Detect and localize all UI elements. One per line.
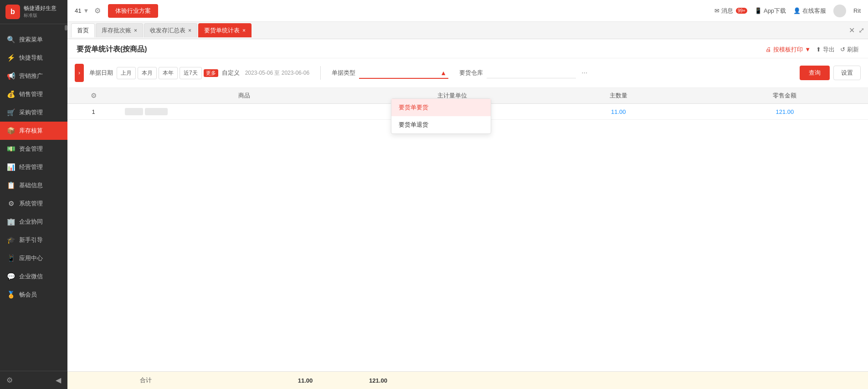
export-icon: ⬆ (816, 46, 821, 53)
sidebar-item-enterprise[interactable]: 🏢 企业协同 (0, 213, 67, 231)
warehouse-filter-more-icon[interactable]: ··· (581, 69, 587, 77)
sidebar-item-member[interactable]: 🏅 畅会员 (0, 286, 67, 304)
print-arrow-icon: ▼ (805, 46, 811, 53)
type-filter-select-wrap: ▲ (359, 67, 448, 79)
service-label: 在线客服 (802, 7, 826, 15)
tab-close-receivable-summary[interactable]: × (188, 27, 191, 34)
logo-icon: b (5, 5, 20, 19)
footer-quantity-total: 11.00 (269, 377, 342, 384)
tab-close-requisition-summary[interactable]: × (242, 27, 246, 34)
date-this-year-btn[interactable]: 本年 (159, 67, 178, 79)
tab-receivable-summary[interactable]: 收发存汇总表× (144, 23, 197, 37)
sidebar-item-finance[interactable]: 💵 资金管理 (0, 140, 67, 158)
print-template-button[interactable]: 🖨 按模板打印 ▼ (765, 46, 811, 54)
warehouse-filter-label: 要货仓库 (459, 69, 483, 77)
page-title: 要货单统计表(按商品) (77, 45, 147, 54)
sidebar-item-purchase[interactable]: 🛒 采购管理 (0, 103, 67, 122)
date-filter-label: 单据日期 (89, 69, 113, 77)
store-number: 41 (75, 7, 81, 14)
sidebar-item-operations[interactable]: 📊 经营管理 (0, 158, 67, 176)
logo-subtitle: 标准版 (24, 12, 56, 19)
sidebar-collapse-icon[interactable]: ◀ (56, 376, 61, 384)
settings-button[interactable]: 设置 (833, 66, 861, 80)
sidebar-item-search[interactable]: 🔍 搜索菜单 (0, 31, 67, 49)
tab-expand-button[interactable]: ⤢ (858, 26, 864, 35)
product-placeholder-2 (145, 108, 168, 115)
sidebar-icon-purchase: 🛒 (6, 108, 15, 117)
page-header: 要货单统计表(按商品) 🖨 按模板打印 ▼ ⬆ 导出 ↺ 刷新 (67, 39, 868, 58)
row-amount-link[interactable]: 121.00 (776, 108, 794, 115)
store-dropdown-icon[interactable]: ▼ (83, 7, 89, 14)
sidebar-label-marketing: 营销推广 (19, 72, 43, 80)
topbar-gear-icon[interactable]: ⚙ (94, 6, 101, 15)
sidebar-label-member: 畅会员 (19, 291, 37, 299)
row-seq: 1 (67, 104, 119, 120)
topbar-store[interactable]: 41 ▼ (75, 7, 89, 14)
sidebar-icon-sales: 💰 (6, 90, 15, 99)
sidebar-label-enterprise: 企业协同 (19, 218, 43, 226)
table-settings-icon[interactable]: ⚙ (91, 92, 97, 99)
topbar-message[interactable]: ✉ 消息 99+ (714, 7, 747, 15)
refresh-label: 刷新 (847, 46, 859, 54)
type-filter-arrow-icon[interactable]: ▲ (440, 69, 447, 77)
dropdown-item-return[interactable]: 要货单退货 (391, 116, 491, 133)
refresh-icon: ↺ (840, 46, 845, 53)
sidebar-item-inventory[interactable]: 📦 库存核算 (0, 122, 67, 140)
date-more-badge[interactable]: 更多 (204, 69, 218, 77)
sidebar-item-system[interactable]: ⚙ 系统管理 (0, 194, 67, 213)
row-quantity-link[interactable]: 11.00 (611, 108, 626, 115)
topbar-avatar[interactable] (833, 5, 846, 17)
sidebar-icon-inventory: 📦 (6, 126, 15, 135)
topbar-service[interactable]: 👤 在线客服 (793, 7, 826, 15)
export-label: 导出 (823, 46, 835, 54)
sidebar-settings-icon[interactable]: ⚙ (6, 376, 13, 384)
date-custom-btn[interactable]: 自定义 (222, 69, 240, 77)
sidebar-item-base[interactable]: 📋 基础信息 (0, 176, 67, 194)
topbar: 41 ▼ ⚙ 体验行业方案 ✉ 消息 99+ 📱 App下载 👤 在线客服 Ri… (67, 0, 868, 22)
type-filter-input[interactable] (359, 67, 448, 79)
sidebar-item-sales[interactable]: 💰 销售管理 (0, 85, 67, 103)
sidebar-label-inventory: 库存核算 (19, 127, 43, 135)
tab-close-inventory-batch[interactable]: × (134, 27, 137, 34)
sidebar-label-finance: 资金管理 (19, 145, 43, 153)
print-icon: 🖨 (765, 46, 771, 53)
sidebar-scroll: 🔍 搜索菜单 ⚡ 快捷导航 📢 营销推广 💰 销售管理 🛒 采购管理 📦 库存核… (0, 31, 67, 371)
filter-separator (320, 66, 321, 80)
topbar-app-download[interactable]: 📱 App下载 (755, 7, 786, 15)
date-prev-month-btn[interactable]: 上月 (117, 67, 136, 79)
tab-label-home: 首页 (77, 26, 89, 35)
tab-close-all-button[interactable]: ✕ (849, 26, 855, 35)
tab-inventory-batch[interactable]: 库存批次账× (96, 23, 143, 37)
col-header-product: 商品 (119, 88, 369, 104)
sidebar-icon-quick-nav: ⚡ (6, 53, 15, 62)
sidebar-icon-base: 📋 (6, 181, 15, 190)
sidebar-bottom: ⚙ ◀ (0, 371, 67, 389)
sidebar-icon-operations: 📊 (6, 163, 15, 172)
tab-requisition-summary[interactable]: 要货单统计表× (198, 23, 252, 37)
sidebar-item-wechat[interactable]: 💬 企业微信 (0, 267, 67, 286)
trial-button[interactable]: 体验行业方案 (108, 4, 158, 18)
app-label: App下载 (764, 7, 786, 15)
warehouse-filter-input[interactable] (487, 67, 576, 78)
sidebar-item-marketing[interactable]: 📢 营销推广 (0, 67, 67, 85)
row-product (119, 104, 369, 120)
filter-expand-button[interactable]: › (75, 64, 84, 82)
sidebar-icon-system: ⚙ (6, 199, 15, 208)
date-last-7-days-btn[interactable]: 近7天 (180, 67, 202, 79)
sidebar-logo: b 畅捷通好生意 标准版 (0, 0, 67, 24)
footer-quantity-value: 11.00 (298, 377, 313, 384)
date-this-month-btn[interactable]: 本月 (138, 67, 157, 79)
sidebar-item-newbie[interactable]: 🎓 新手引导 (0, 231, 67, 249)
row-quantity: 11.00 (535, 104, 702, 120)
tabsbar-right: ✕ ⤢ (849, 26, 864, 35)
export-button[interactable]: ⬆ 导出 (816, 46, 835, 54)
sidebar-label-app-center: 应用中心 (19, 254, 43, 262)
refresh-button[interactable]: ↺ 刷新 (840, 46, 859, 54)
tab-home[interactable]: 首页 (71, 23, 95, 37)
dropdown-item-order[interactable]: 要货单要货 (391, 99, 491, 116)
sidebar-item-quick-nav[interactable]: ⚡ 快捷导航 (0, 49, 67, 67)
sidebar-item-app-center[interactable]: 📱 应用中心 (0, 249, 67, 267)
query-button[interactable]: 查询 (800, 66, 830, 80)
warehouse-filter-group: 要货仓库 ··· (459, 67, 587, 78)
col-header-settings: ⚙ (67, 88, 119, 104)
